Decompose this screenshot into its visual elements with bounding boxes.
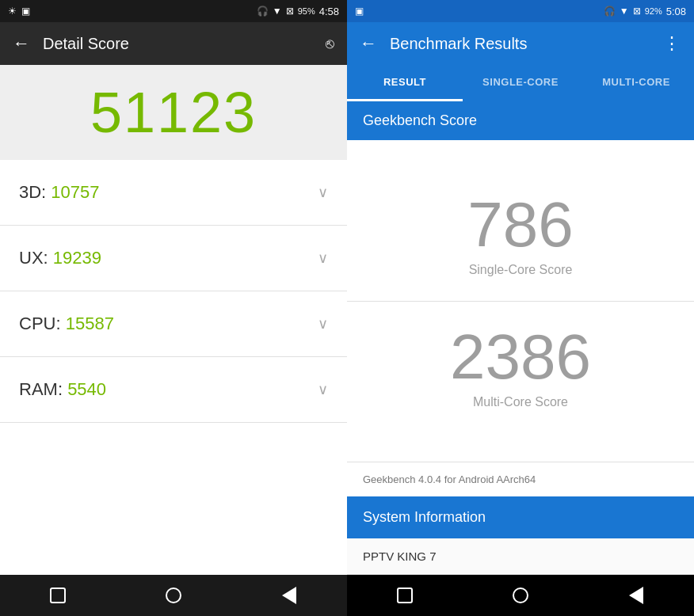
label-ram-text: RAM:	[19, 379, 67, 399]
geekbench-title: Geekbench Score	[363, 112, 477, 128]
signal-icon: ▼	[273, 6, 282, 17]
headphone-icon: 🎧	[257, 6, 269, 17]
single-core-block: 786 Single-Core Score	[467, 177, 573, 293]
nav-recents-right[interactable]	[385, 576, 425, 615]
status-bar-right: ▣ 🎧 ▼ ⊠ 92% 5:08	[347, 0, 694, 22]
geekbench-footer: Geekbench 4.0.4 for Android AArch64	[347, 462, 694, 496]
detail-item-ram[interactable]: RAM: 5540 ∨	[0, 357, 347, 423]
toolbar-left: ← Detail Score ⎋	[0, 22, 347, 65]
detail-items: 3D: 10757 ∨ UX: 19239 ∨ CPU: 15587 ∨ RAM…	[0, 160, 347, 575]
chevron-ram: ∨	[318, 381, 328, 398]
time-right: 5:08	[666, 6, 686, 17]
status-bar-left: ☀ ▣ 🎧 ▼ ⊠ 95% 4:58	[0, 0, 347, 22]
left-panel: ☀ ▣ 🎧 ▼ ⊠ 95% 4:58 ← Detail Score ⎋ 5112…	[0, 0, 347, 616]
battery-right: 92%	[645, 6, 662, 16]
tabs-bar: RESULT SINGLE-CORE MULTI-CORE	[347, 65, 694, 101]
square-icon-right	[397, 587, 413, 603]
battery-left: 95%	[298, 6, 315, 16]
scores-area: 786 Single-Core Score 2386 Multi-Core Sc…	[347, 140, 694, 462]
back-button-right[interactable]: ←	[360, 33, 377, 54]
triangle-icon-right	[629, 587, 643, 604]
single-core-score: 786	[467, 193, 573, 257]
system-info-value: PPTV KING 7	[363, 549, 437, 563]
detail-label-3d: 3D: 10757	[19, 182, 100, 203]
status-left-icons: ☀ ▣	[8, 6, 30, 17]
score-ram: 5540	[67, 379, 106, 399]
detail-item-cpu[interactable]: CPU: 15587 ∨	[0, 291, 347, 357]
score-section: 51123	[0, 65, 347, 160]
detail-item-ux[interactable]: UX: 19239 ∨	[0, 226, 347, 291]
signal-icon-right: ▼	[620, 6, 629, 17]
score-divider	[347, 301, 694, 302]
triangle-icon-left	[282, 587, 296, 604]
system-info-header: System Information	[347, 496, 694, 538]
multi-core-block: 2386 Multi-Core Score	[450, 310, 591, 425]
page-title-right: Benchmark Results	[390, 35, 650, 53]
nav-home-right[interactable]	[501, 576, 540, 615]
benchmark-icon: ▣	[355, 6, 364, 17]
nav-bar-right	[347, 575, 694, 616]
detail-label-cpu: CPU: 15587	[19, 314, 114, 334]
system-info-item: PPTV KING 7	[347, 538, 694, 575]
multi-core-label: Multi-Core Score	[473, 395, 568, 409]
score-3d: 10757	[51, 182, 99, 202]
tab-single-core[interactable]: SINGLE-CORE	[463, 65, 578, 101]
nav-home-left[interactable]	[154, 576, 193, 615]
network-icon-right: ⊠	[633, 6, 641, 17]
label-3d-text: 3D:	[19, 182, 51, 202]
geekbench-header: Geekbench Score	[347, 101, 694, 140]
status-right-right-info: 🎧 ▼ ⊠ 92% 5:08	[604, 6, 686, 17]
footer-text: Geekbench 4.0.4 for Android AArch64	[363, 473, 536, 485]
chevron-ux: ∨	[318, 249, 328, 267]
score-cpu: 15587	[66, 314, 114, 333]
page-title-left: Detail Score	[43, 35, 313, 53]
main-score: 51123	[90, 80, 257, 145]
sun-icon: ☀	[8, 6, 17, 17]
circle-icon-left	[166, 587, 181, 603]
single-core-label: Single-Core Score	[469, 263, 573, 277]
chevron-cpu: ∨	[318, 315, 328, 333]
more-icon[interactable]: ⋮	[663, 33, 681, 54]
nav-back-left[interactable]	[269, 576, 309, 615]
nav-bar-left	[0, 575, 347, 616]
tab-result[interactable]: RESULT	[347, 65, 463, 101]
nav-recents-left[interactable]	[38, 576, 78, 615]
score-ux: 19239	[53, 248, 101, 268]
network-icon: ⊠	[286, 6, 294, 17]
system-info-title: System Information	[363, 509, 486, 525]
nav-back-right[interactable]	[616, 576, 656, 615]
share-icon[interactable]: ⎋	[326, 36, 334, 52]
detail-label-ux: UX: 19239	[19, 248, 101, 268]
image-icon: ▣	[21, 6, 30, 17]
tab-multi-core[interactable]: MULTI-CORE	[578, 65, 694, 101]
right-panel: ▣ 🎧 ▼ ⊠ 92% 5:08 ← Benchmark Results ⋮ R…	[347, 0, 694, 616]
label-ux-text: UX:	[19, 248, 53, 268]
status-right-left-icons: ▣	[355, 6, 364, 17]
detail-item-3d[interactable]: 3D: 10757 ∨	[0, 160, 347, 226]
time-left: 4:58	[319, 6, 339, 17]
square-icon-left	[50, 587, 66, 603]
detail-label-ram: RAM: 5540	[19, 379, 106, 400]
toolbar-right: ← Benchmark Results ⋮	[347, 22, 694, 65]
status-right-info: 🎧 ▼ ⊠ 95% 4:58	[257, 6, 339, 17]
circle-icon-right	[513, 587, 528, 603]
back-button-left[interactable]: ←	[13, 33, 30, 54]
headphone-icon-right: 🎧	[604, 6, 616, 17]
multi-core-score: 2386	[450, 325, 591, 389]
chevron-3d: ∨	[318, 184, 328, 201]
label-cpu-text: CPU:	[19, 314, 66, 333]
